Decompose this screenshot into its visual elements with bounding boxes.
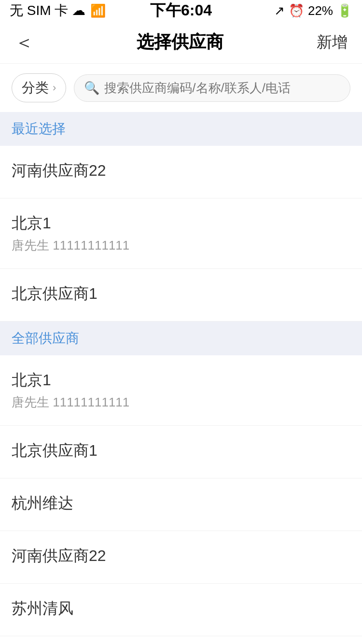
search-input[interactable] [104,81,340,96]
status-right: ↗ ⏰ 22% 🔋 [274,3,352,18]
recent-section-header: 最近选择 [0,112,362,146]
category-filter[interactable]: 分类 › [12,73,66,102]
item-name: 河南供应商22 [12,160,350,182]
nav-bar: ＜ 选择供应商 新增 [0,21,362,64]
item-name: 苏州清风 [12,598,350,619]
category-label: 分类 [22,79,49,97]
all-item-3[interactable]: 河南供应商22 [0,531,362,584]
new-button[interactable]: 新增 [317,32,348,53]
item-name: 河南供应商22 [12,546,350,567]
search-icon: 🔍 [84,81,99,96]
page-title: 选择供应商 [137,30,223,54]
sim-status: 无 SIM 卡 ☁ [10,1,85,20]
back-button[interactable]: ＜ [14,29,43,56]
recent-item-2[interactable]: 北京供应商1 [0,269,362,322]
all-item-0[interactable]: 北京1 唐先生 11111111111 [0,355,362,426]
all-section-header: 全部供应商 [0,322,362,355]
alarm-icon: ⏰ [289,3,304,18]
wifi-icon: 📶 [90,3,106,18]
all-item-2[interactable]: 杭州维达 [0,478,362,531]
battery-status: 22% [308,3,333,18]
item-name: 杭州维达 [12,493,350,514]
status-time: 下午6:04 [150,0,212,21]
item-detail: 唐先生 11111111111 [12,394,350,411]
battery-icon: 🔋 [337,3,352,18]
search-bar[interactable]: 🔍 [74,74,350,102]
status-bar: 无 SIM 卡 ☁ 📶 下午6:04 ↗ ⏰ 22% 🔋 [0,0,362,21]
back-icon: ＜ [14,31,34,53]
all-item-1[interactable]: 北京供应商1 [0,426,362,478]
recent-items-list: 河南供应商22 北京1 唐先生 11111111111 北京供应商1 [0,146,362,322]
item-name: 北京供应商1 [12,440,350,462]
recent-item-1[interactable]: 北京1 唐先生 11111111111 [0,198,362,269]
status-left: 无 SIM 卡 ☁ 📶 [10,1,106,20]
category-chevron-icon: › [53,82,56,94]
item-name: 北京1 [12,213,350,234]
all-item-4[interactable]: 苏州清风 [0,584,362,636]
filter-bar: 分类 › 🔍 [0,64,362,112]
all-items-list: 北京1 唐先生 11111111111 北京供应商1 杭州维达 河南供应商22 … [0,355,362,636]
item-name: 北京1 [12,370,350,391]
item-detail: 唐先生 11111111111 [12,237,350,254]
recent-item-0[interactable]: 河南供应商22 [0,146,362,198]
item-name: 北京供应商1 [12,283,350,305]
location-icon: ↗ [274,3,285,18]
